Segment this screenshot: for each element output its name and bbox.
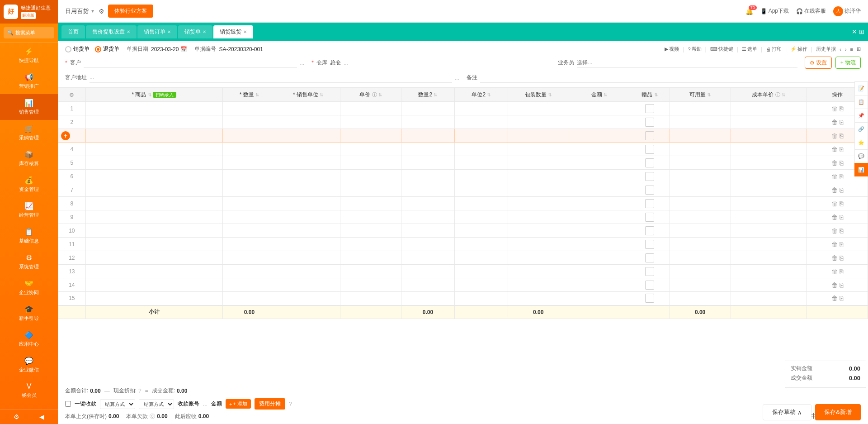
sidebar-item-member[interactable]: V 畅会员 [0,378,58,403]
pkg-qty-cell[interactable] [508,292,569,305]
qty-cell[interactable] [223,278,276,292]
price-cell[interactable] [340,292,401,305]
sidebar-item-guide[interactable]: 🎓 新手引导 [0,300,58,326]
price-cell[interactable] [340,238,401,251]
amount-cell[interactable] [569,156,630,170]
price-cell[interactable] [340,170,401,183]
debit-help-icon[interactable]: ⓪ [150,413,155,420]
sidebar-item-quick-nav[interactable]: ⚡ 快捷导航 [0,43,58,68]
available-cell[interactable] [670,251,731,265]
col-amount-sort-icon[interactable]: ⇅ [604,92,607,97]
product-cell[interactable] [85,170,222,183]
delete-row-button[interactable]: 🗑 [831,241,838,248]
qty-cell[interactable] [223,265,276,278]
price-cell[interactable] [340,197,401,210]
unit-cell[interactable] [276,156,340,170]
gift-checkbox[interactable] [645,213,654,222]
pkg-qty-cell[interactable] [508,265,569,278]
pkg-qty-cell[interactable] [508,143,569,156]
sidebar-item-corp-coop[interactable]: 🤝 企业协同 [0,275,58,300]
available-cell[interactable] [670,292,731,305]
product-cell[interactable] [85,278,222,292]
qty2-cell[interactable] [401,210,454,224]
price-cell[interactable] [340,251,401,265]
copy-row-button[interactable]: ⎘ [840,173,843,180]
delete-row-button[interactable]: 🗑 [831,268,838,275]
delete-row-button[interactable]: 🗑 [831,254,838,262]
qty2-cell[interactable] [401,183,454,197]
unit-cell[interactable] [276,265,340,278]
cash-discount-help-icon[interactable]: ? [138,388,142,394]
cost-cell[interactable] [731,170,807,183]
vtool-3[interactable]: 📌 [854,109,868,122]
operate-link[interactable]: ⚡ 操作 [790,46,807,52]
header-gear-button[interactable]: ⚙ [99,8,104,15]
notification-button[interactable]: 🔔 70 [745,8,753,15]
vtool-5[interactable]: ⭐ [854,136,868,149]
unit-cell[interactable] [276,224,340,238]
unit-cell[interactable] [276,251,340,265]
save-draft-button[interactable]: 保存草稿 ∧ [763,404,811,420]
amount-cell[interactable] [569,238,630,251]
price-cell[interactable] [340,143,401,156]
gift-checkbox[interactable] [645,267,654,276]
vtool-2[interactable]: 📋 [854,95,868,109]
copy-row-button[interactable]: ⎘ [840,200,843,207]
product-cell[interactable] [85,265,222,278]
add-logistics-button[interactable]: + 物流 [835,57,861,69]
vtool-6[interactable]: 💬 [854,149,868,163]
delete-row-button[interactable]: 🗑 [831,295,838,302]
gift-checkbox[interactable] [645,253,654,262]
qty-cell[interactable] [223,102,276,115]
tab-sale-return-close-icon[interactable]: ✕ [243,29,247,34]
sidebar-item-ops[interactable]: 📈 经营管理 [0,197,58,223]
pkg-qty-cell[interactable] [508,278,569,292]
unit-cell[interactable] [276,143,340,156]
amount-cell[interactable] [569,102,630,115]
cost-cell[interactable] [731,251,807,265]
qty-cell[interactable] [223,129,276,143]
copy-row-button[interactable]: ⎘ [840,146,843,153]
copy-row-button[interactable]: ⎘ [840,186,843,194]
col-product-sort-icon[interactable]: ⇅ [148,92,151,97]
available-cell[interactable] [670,238,731,251]
price-cell[interactable] [340,183,401,197]
vtool-4[interactable]: 🔗 [854,122,868,136]
col-cost-sort-icon[interactable]: ⇅ [782,92,785,97]
unit-cell[interactable] [276,278,340,292]
search-menu-button[interactable]: 🔍 搜索菜单 [4,27,54,38]
qty-cell[interactable] [223,224,276,238]
cost-cell[interactable] [731,197,807,210]
pkg-qty-cell[interactable] [508,170,569,183]
cost-cell[interactable] [731,210,807,224]
cost-cell[interactable] [731,265,807,278]
gift-checkbox[interactable] [645,104,654,113]
unit-cell[interactable] [276,292,340,305]
available-cell[interactable] [670,278,731,292]
sidebar-collapse-button[interactable]: ◀ [39,413,44,420]
vtool-1[interactable]: 📝 [854,81,868,95]
experience-button[interactable]: 体验行业方案 [108,5,153,18]
product-input[interactable] [89,133,220,139]
product-cell[interactable] [85,238,222,251]
delete-row-button[interactable]: 🗑 [831,132,838,139]
unit2-cell[interactable] [454,115,508,129]
unit-cell[interactable] [276,238,340,251]
sidebar-item-purchase-mgmt[interactable]: 🛒 采购管理 [0,120,58,146]
cost-cell[interactable] [731,129,807,143]
sidebar-item-finance[interactable]: 💰 资金管理 [0,172,58,197]
gift-checkbox[interactable] [645,240,654,249]
gift-checkbox[interactable] [645,186,654,195]
available-cell[interactable] [670,102,731,115]
amount-cell[interactable] [569,170,630,183]
product-cell[interactable] [85,197,222,210]
product-cell[interactable] [85,143,222,156]
copy-row-button[interactable]: ⎘ [840,227,843,234]
scan-badge[interactable]: 扫码录入 [153,92,176,98]
tab-sale-order[interactable]: 销售订单 ✕ [137,25,177,38]
col-available-sort-icon[interactable]: ⇅ [707,92,711,97]
gift-checkbox[interactable] [645,158,654,167]
qty2-cell[interactable] [401,251,454,265]
copy-row-button[interactable]: ⎘ [840,119,843,126]
settlement-method-select[interactable]: 结算方式 [139,399,174,409]
